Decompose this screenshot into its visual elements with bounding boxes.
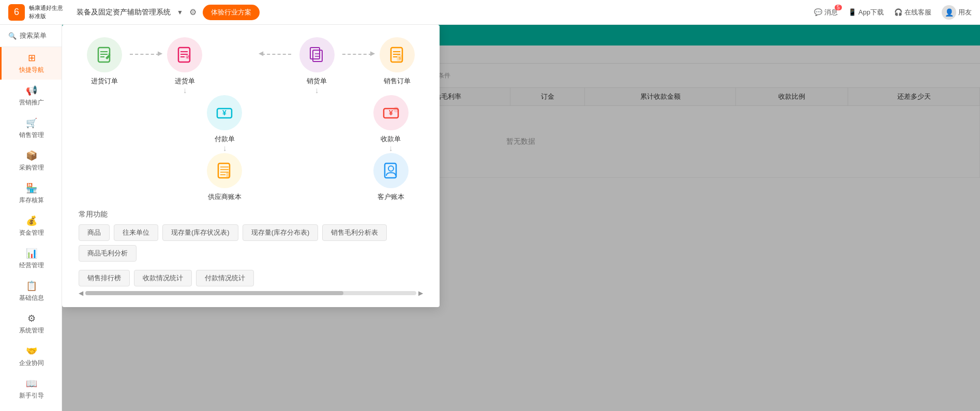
customer-account-circle[interactable] [373,153,409,188]
avatar: 👤 [942,5,956,20]
system-dropdown-btn[interactable]: ▼ [177,9,183,16]
flow-node-customer-account[interactable]: 客户账本 [358,153,423,202]
supplier-account-circle[interactable] [207,153,242,188]
sales-order-circle[interactable]: $ [380,37,415,72]
receipt-label: 收款单 [381,134,401,144]
func-btn-销售毛利分析表[interactable]: 销售毛利分析表 [322,224,387,241]
payment-circle[interactable]: ¥ [207,95,242,130]
func-btn-商品毛利分析[interactable]: 商品毛利分析 [79,245,137,262]
content-area: 首页 销售订单执行表 × ❓ 帮助 🖨 按模板打印 ▼ [62,25,980,411]
flow-node-sales-order[interactable]: $ 销售订单 [372,37,423,86]
sidebar-icon-marketing: 📢 [26,85,37,96]
sidebar-item-basic-info[interactable]: 📋基础信息 [0,275,62,308]
purchase-bill-circle[interactable]: ✓ [167,37,202,72]
message-icon: 💬 [814,8,822,16]
arrow-3 [342,54,372,55]
payment-label: 付款单 [215,134,235,144]
flow-node-purchase-order[interactable]: 进货订单 [79,37,130,86]
sidebar-item-cooperation[interactable]: 🤝企业协同 [0,340,62,373]
sidebar-label-system: 系统管理 [19,326,44,335]
flow-node-purchase-bill[interactable]: ✓ 进货单 [159,37,210,86]
flow-node-receipt[interactable]: ¥ 收款单 [358,95,423,144]
func-btn-付款情况统计[interactable]: 付款情况统计 [196,270,254,286]
func-btn-销售排行榜[interactable]: 销售排行榜 [79,270,130,286]
sidebar-icon-basic-info: 📋 [26,280,37,292]
sidebar-item-purchase[interactable]: 📦采购管理 [0,145,62,177]
svg-text:¥: ¥ [389,109,393,117]
func-btn-收款情况统计[interactable]: 收款情况统计 [134,270,192,286]
svg-text:¥: ¥ [223,109,227,117]
scroll-left-btn[interactable]: ◀ [79,290,83,297]
purchase-order-circle[interactable] [87,37,122,72]
svg-point-32 [388,166,394,171]
func-btn-现存量库存状况表[interactable]: 现存量(库存状况表) [162,224,238,241]
sidebar-item-inventory[interactable]: 🏪库存核算 [0,177,62,210]
sidebar-item-system[interactable]: ⚙系统管理 [0,308,62,340]
purchase-bill-icon: ✓ [175,45,194,64]
logo-area: 6 畅康通好生意 标准版 [8,4,70,21]
sales-order-icon: $ [388,45,406,64]
receipt-circle[interactable]: ¥ [373,95,409,130]
flow-node-sales-bill[interactable]: 销货单 [291,37,342,86]
main-layout: 🔍 搜索菜单 ⊞快捷导航📢营销推广🛒销售管理📦采购管理🏪库存核算💰资金管理📊经营… [0,25,980,411]
sidebar-icon-finance: 💰 [26,215,37,226]
flow-row-arrows2: ↓ ↓ [79,144,423,153]
sidebar-item-finance[interactable]: 💰资金管理 [0,210,62,242]
svg-rect-30 [227,173,230,177]
app-download-label: App下载 [858,8,884,17]
scrollbar-row: ◀ ▶ [79,286,423,297]
search-menu-label: 搜索菜单 [20,31,47,40]
settings-gear-btn[interactable]: ⚙ [189,7,197,17]
user-area[interactable]: 👤 用友 [942,5,972,20]
sidebar-label-marketing: 营销推广 [19,98,44,107]
scroll-thumb [85,291,343,295]
logo-char: 6 [14,7,19,18]
flow-node-supplier-account[interactable]: 供应商账本 [192,153,257,202]
svg-rect-10 [310,48,320,59]
purchase-bill-label: 进货单 [175,77,195,86]
online-service-label: 在线客服 [904,8,931,17]
purchase-order-icon [95,45,114,64]
sidebar-item-operation[interactable]: 📊经营管理 [0,242,62,275]
popup-overlay[interactable]: 进货订单 [62,25,980,411]
sidebar-item-sales[interactable]: 🛒销售管理 [0,112,62,145]
search-menu-btn[interactable]: 🔍 搜索菜单 [4,29,57,42]
sidebar-label-finance: 资金管理 [19,229,44,237]
sidebar-icon-operation: 📊 [26,248,37,259]
sidebar-icon-cooperation: 🤝 [26,345,37,357]
user-label: 用友 [958,8,972,17]
app-download-btn[interactable]: 📱 App下载 [848,8,884,17]
message-btn[interactable]: 💬 消息 5 [814,8,838,17]
sidebar-item-guide[interactable]: 📖新手引导 [0,373,62,405]
sidebar-icon-quick-nav: ⊞ [28,52,36,64]
sidebar: 🔍 搜索菜单 ⊞快捷导航📢营销推广🛒销售管理📦采购管理🏪库存核算💰资金管理📊经营… [0,25,62,411]
sales-order-label: 销售订单 [384,77,411,86]
svg-text:✓: ✓ [186,55,190,59]
svg-point-24 [394,107,399,112]
message-badge: 5 [835,5,842,10]
scroll-track[interactable] [85,291,416,295]
common-functions: 常用功能 商品往来单位现存量(库存状况表)现存量(库存分布表)销售毛利分析表商品… [79,210,423,286]
online-service-btn[interactable]: 🎧 在线客服 [894,8,931,17]
sidebar-icon-sales: 🛒 [26,117,37,129]
sales-bill-circle[interactable] [299,37,335,72]
down-arrow-receipt: ↓ [291,86,342,95]
logo-text: 畅康通好生意 标准版 [29,4,63,20]
trial-btn[interactable]: 体验行业方案 [203,5,260,20]
supplier-account-icon [215,161,234,180]
flow-row-3: 供应商账本 客户账本 [79,153,423,202]
sidebar-item-marketing[interactable]: 📢营销推广 [0,80,62,112]
flow-diagram: 进货订单 [79,37,423,202]
svg-text:$: $ [399,56,401,60]
scroll-right-btn[interactable]: ▶ [418,290,423,297]
customer-account-label: 客户账本 [378,192,404,202]
func-btn-商品[interactable]: 商品 [79,224,110,241]
sidebar-item-quick-nav[interactable]: ⊞快捷导航 [0,47,62,80]
receipt-icon: ¥ [382,103,400,122]
sidebar-nav: ⊞快捷导航📢营销推广🛒销售管理📦采购管理🏪库存核算💰资金管理📊经营管理📋基础信息… [0,47,62,411]
func-btn-往来单位[interactable]: 往来单位 [114,224,158,241]
popup-dialog: 进货订单 [62,25,440,307]
system-title: 装备及固定资产辅助管理系统 [77,8,171,17]
func-btn-现存量库存分布表[interactable]: 现存量(库存分布表) [243,224,319,241]
flow-node-payment[interactable]: ¥ 付款单 [192,95,257,144]
